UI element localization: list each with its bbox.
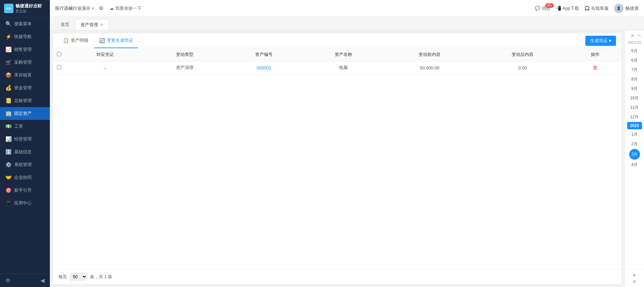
panel-expand-button[interactable]: ⤡ bbox=[637, 32, 642, 39]
sidebar-item-label-basic-info: 基础信息 bbox=[14, 149, 32, 155]
message-badge: 99+ bbox=[545, 3, 554, 8]
subtab-change-voucher[interactable]: 🔄 变更生成凭证 bbox=[94, 33, 138, 48]
subtab-asset-detail[interactable]: 📋 资产明细 bbox=[58, 33, 93, 48]
payroll-icon: 💵 bbox=[5, 123, 11, 129]
sidebar-bottom: ⚙ ◀ bbox=[0, 274, 50, 287]
sidebar-item-label-system: 系统管理 bbox=[14, 162, 32, 168]
sidebar-item-sales[interactable]: 📈 销售管理 bbox=[0, 43, 50, 56]
experience-button[interactable]: ☁ 我要体验一下 bbox=[110, 5, 142, 11]
tab-home[interactable]: 首页 bbox=[55, 19, 75, 30]
month-12-label: 12月 bbox=[630, 114, 639, 120]
app-download-action[interactable]: 📲 App下载 bbox=[556, 5, 579, 11]
cell-asset-name: 电脑 bbox=[304, 61, 383, 74]
cell-asset-code[interactable]: 000001 bbox=[224, 61, 304, 74]
logo-icon: AtA bbox=[4, 4, 13, 13]
enterprise-icon: 🤝 bbox=[5, 174, 11, 181]
month-5-prev[interactable]: 5月 bbox=[627, 46, 642, 55]
sidebar-item-payroll[interactable]: 💵 工资 bbox=[0, 120, 50, 133]
subtab-asset-detail-label: 资产明细 bbox=[71, 37, 88, 43]
avatar: 👤 bbox=[614, 4, 623, 13]
topbar-right: 💬 消息 99+ 📲 App下载 🎧 在线客服 👤 畅捷通 bbox=[535, 4, 639, 13]
sidebar-item-funds[interactable]: 💰 资金管理 bbox=[0, 82, 50, 94]
current-period-label: 2023.03 bbox=[625, 39, 644, 45]
month-2-label: 2月 bbox=[631, 141, 638, 147]
user-menu[interactable]: 👤 畅捷通 bbox=[614, 4, 639, 13]
sidebar-item-system[interactable]: ⚙️ 系统管理 bbox=[0, 158, 50, 171]
col-change-type: 变动类型 bbox=[145, 48, 224, 61]
delete-row-button[interactable]: 🗑 bbox=[592, 65, 598, 71]
settings-bottom-icon[interactable]: ⚙ bbox=[5, 277, 10, 284]
panel-down-button[interactable]: ▼ bbox=[632, 279, 637, 285]
per-page-label: 每页 bbox=[58, 274, 67, 280]
sidebar-item-label-operations: 经营管理 bbox=[14, 136, 32, 142]
col-voucher: 对应凭证 bbox=[65, 48, 145, 61]
sidebar-item-fixed-assets[interactable]: 🏢 固定资产 bbox=[0, 107, 50, 120]
month-8-prev[interactable]: 8月 bbox=[627, 75, 642, 84]
inventory-icon: 📦 bbox=[5, 72, 11, 78]
message-icon: 💬 bbox=[535, 6, 540, 11]
content-main: 📋 资产明细 🔄 变更生成凭证 生成凭证 ▾ bbox=[53, 33, 622, 284]
row-checkbox[interactable] bbox=[57, 65, 61, 69]
sidebar-item-ledger[interactable]: 📒 总账管理 bbox=[0, 94, 50, 107]
dropdown-arrow-icon: ▾ bbox=[609, 38, 611, 43]
sidebar: AtA 畅捷通好业财 普及版 🔍 搜索菜单 ⚡ 快捷导航 📈 销售管理 🛒 采购… bbox=[0, 0, 50, 287]
tab-close-icon[interactable]: ✕ bbox=[100, 23, 103, 27]
col-before-content: 变动前内容 bbox=[383, 48, 476, 61]
sidebar-item-operations[interactable]: 📊 经营管理 bbox=[0, 133, 50, 146]
generate-voucher-button[interactable]: 生成凭证 ▾ bbox=[585, 36, 616, 46]
sidebar-item-basic-info[interactable]: ℹ️ 基础信息 bbox=[0, 146, 50, 158]
content-area: 📋 资产明细 🔄 变更生成凭证 生成凭证 ▾ bbox=[50, 30, 644, 287]
row-checkbox-cell bbox=[53, 61, 65, 74]
online-service-action[interactable]: 🎧 在线客服 bbox=[584, 5, 609, 11]
select-all-header bbox=[53, 48, 65, 61]
month-6-prev[interactable]: 6月 bbox=[627, 56, 642, 65]
sidebar-item-enterprise[interactable]: 🤝 企业协同 bbox=[0, 171, 50, 184]
month-9-prev[interactable]: 9月 bbox=[627, 84, 642, 93]
logo-text-block: 畅捷通好业财 普及版 bbox=[16, 3, 42, 14]
app-download-icon: 📲 bbox=[556, 6, 561, 11]
month-11-prev[interactable]: 11月 bbox=[627, 103, 642, 112]
sidebar-item-label-funds: 资金管理 bbox=[14, 85, 32, 91]
cell-after-content: 0.00 bbox=[476, 61, 569, 74]
ledger-icon: 📒 bbox=[5, 98, 11, 104]
col-action: 操作 bbox=[569, 48, 621, 61]
tab-home-label: 首页 bbox=[61, 22, 69, 28]
month-10-label: 10月 bbox=[630, 95, 639, 101]
panel-close-button[interactable]: ✕ bbox=[630, 32, 635, 39]
topbar-gear-icon[interactable]: ⚙ bbox=[99, 5, 103, 11]
system-icon: ⚙️ bbox=[5, 162, 11, 168]
select-all-checkbox[interactable] bbox=[57, 52, 61, 56]
month-3-curr-active[interactable]: 3月 bbox=[629, 149, 640, 160]
collapse-icon[interactable]: ◀ bbox=[40, 277, 44, 284]
panel-up-button[interactable]: ▲ bbox=[632, 272, 637, 278]
panel-bottom: ▲ ▼ bbox=[625, 269, 644, 287]
month-2-curr[interactable]: 2月 bbox=[627, 139, 642, 148]
sidebar-item-inventory[interactable]: 📦 库存核算 bbox=[0, 69, 50, 82]
main-area: 医疗器械行业演示 ▾ ⚙ ☁ 我要体验一下 💬 消息 99+ 📲 App下载 🎧… bbox=[50, 0, 644, 287]
sidebar-item-label-purchase: 采购管理 bbox=[14, 59, 32, 65]
company-name: 医疗器械行业演示 bbox=[55, 5, 90, 11]
table-container: 对应凭证 变动类型 资产编号 资产名称 bbox=[53, 48, 621, 269]
sidebar-item-purchase[interactable]: 🛒 采购管理 bbox=[0, 56, 50, 69]
topbar: 医疗器械行业演示 ▾ ⚙ ☁ 我要体验一下 💬 消息 99+ 📲 App下载 🎧… bbox=[50, 0, 644, 17]
sidebar-logo: AtA 畅捷通好业财 普及版 bbox=[0, 0, 50, 18]
funds-icon: 💰 bbox=[5, 85, 11, 91]
month-8-label: 8月 bbox=[631, 76, 638, 82]
cell-action: 🗑 bbox=[569, 61, 621, 74]
message-action[interactable]: 💬 消息 99+ bbox=[535, 5, 550, 11]
month-10-prev[interactable]: 10月 bbox=[627, 94, 642, 102]
month-4-curr[interactable]: 4月 bbox=[627, 160, 642, 169]
sidebar-item-quick-nav[interactable]: ⚡ 快捷导航 bbox=[0, 30, 50, 43]
company-selector[interactable]: 医疗器械行业演示 ▾ bbox=[55, 5, 94, 11]
per-page-select[interactable]: 50 10 20 100 bbox=[70, 273, 87, 281]
month-1-curr[interactable]: 1月 bbox=[627, 130, 642, 139]
sidebar-item-app-center[interactable]: 📱 应用中心 bbox=[0, 197, 50, 210]
sidebar-item-label-app-center: 应用中心 bbox=[14, 200, 32, 206]
month-7-prev[interactable]: 7月 bbox=[627, 65, 642, 74]
sidebar-search-item[interactable]: 🔍 搜索菜单 bbox=[0, 18, 50, 30]
month-12-prev[interactable]: 12月 bbox=[627, 113, 642, 121]
guide-icon: 🎯 bbox=[5, 187, 11, 193]
sidebar-item-guide[interactable]: 🎯 新手引导 bbox=[0, 184, 50, 197]
tab-asset-management[interactable]: 资产管理 ✕ bbox=[75, 19, 109, 30]
sidebar-scroll: 🔍 搜索菜单 ⚡ 快捷导航 📈 销售管理 🛒 采购管理 📦 库存核算 💰 资金管… bbox=[0, 18, 50, 274]
